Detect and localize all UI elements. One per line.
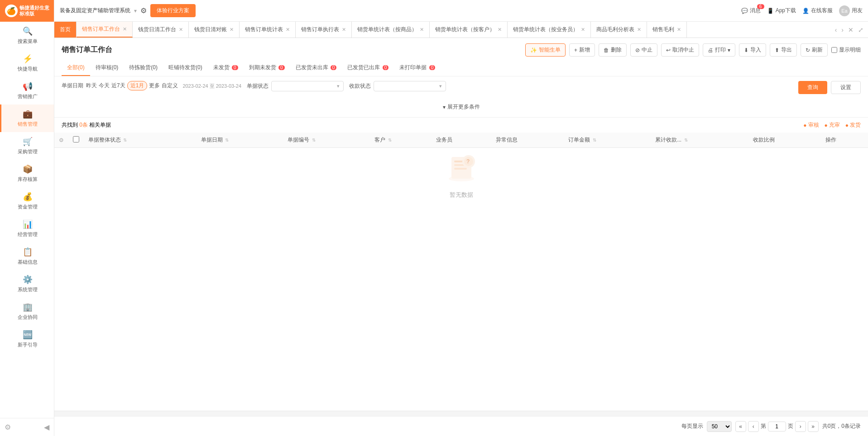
sidebar-item-system[interactable]: ⚙️ 系统管理 xyxy=(0,270,54,298)
app-logo: 🍊 畅捷通好生意 标准版 xyxy=(0,0,54,22)
tab-home[interactable]: 首页 xyxy=(54,22,77,38)
set-btn[interactable]: 设置 xyxy=(831,81,861,94)
app-download-btn[interactable]: 📱 App下载 xyxy=(767,7,796,14)
system-title-dropdown[interactable]: ▾ xyxy=(134,8,137,14)
refresh-btn[interactable]: ↻ 刷新 xyxy=(801,43,828,57)
sidebar-item-sales[interactable]: 💼 销售管理 xyxy=(0,104,54,132)
filter-tab-wangpu-ship[interactable]: 旺铺待发货(0) xyxy=(163,60,208,76)
show-detail-checkbox[interactable]: 显示明细 xyxy=(831,46,861,54)
query-btn[interactable]: 查询 xyxy=(798,81,827,94)
suspend-btn[interactable]: ⊘ 中止 xyxy=(630,43,657,57)
date-more[interactable]: 更多 xyxy=(149,82,160,90)
filter-tab-pending-review[interactable]: 待审核(0) xyxy=(90,60,124,76)
topbar-settings-icon[interactable]: ⚙ xyxy=(140,6,147,15)
sidebar-item-finance[interactable]: 💰 资金管理 xyxy=(0,187,54,215)
tab-close-sales-profit[interactable]: ✕ xyxy=(677,27,681,33)
settings-footer-btn[interactable]: ⚙ xyxy=(5,423,11,431)
status-sort-icon[interactable]: ⇅ xyxy=(123,137,127,142)
page-input[interactable] xyxy=(768,422,786,431)
tab-close-sales-summary-customer[interactable]: ✕ xyxy=(498,27,502,33)
filter-tab-shipped-out[interactable]: 已发货已出库 0 xyxy=(342,60,394,76)
tab-close-sales-order-stats[interactable]: ✕ xyxy=(286,27,290,33)
date-7days[interactable]: 近7天 xyxy=(111,82,125,90)
collected-sort-icon[interactable]: ⇅ xyxy=(684,137,688,142)
page-first-btn[interactable]: « xyxy=(735,421,746,432)
tab-cash-daily[interactable]: 钱货日清工作台 ✕ xyxy=(133,22,189,38)
number-sort-icon[interactable]: ⇅ xyxy=(312,137,316,142)
tab-sales-order-workbench[interactable]: 销售订单工作台 ✕ xyxy=(77,22,133,38)
payment-select[interactable]: ▾ xyxy=(374,81,446,91)
tab-close-product-margin[interactable]: ✕ xyxy=(637,27,641,33)
filter-tab-shipped-not-out[interactable]: 已发货未出库 0 xyxy=(290,60,342,76)
page-last-btn[interactable]: » xyxy=(808,421,819,432)
search-bar: 单据日期 昨天 今天 近7天 近1月 更多 自定义 2023-02-24 至 2… xyxy=(54,76,868,118)
message-btn[interactable]: 💬 6 消息 xyxy=(741,7,761,14)
filter-tab-not-printed[interactable]: 未打印单据 0 xyxy=(394,60,441,76)
tab-nav-close-all[interactable]: ✕ xyxy=(846,25,855,34)
export-btn[interactable]: ⬆ 导出 xyxy=(770,43,797,57)
cancel-review-action-btn[interactable]: ● 充审 xyxy=(825,121,840,129)
select-all-checkbox[interactable] xyxy=(73,136,79,142)
status-select[interactable]: ▾ xyxy=(271,81,344,91)
tab-sales-profit[interactable]: 销售毛利 ✕ xyxy=(647,22,687,38)
filter-tab-not-shipped[interactable]: 未发货 0 xyxy=(208,60,244,76)
tab-sales-summary-customer[interactable]: 销货单统计表（按客户） ✕ xyxy=(430,22,508,38)
tab-close-sales-summary-staff[interactable]: ✕ xyxy=(581,27,585,33)
tab-product-margin[interactable]: 商品毛利分析表 ✕ xyxy=(591,22,647,38)
date-sort-icon[interactable]: ⇅ xyxy=(225,137,229,142)
import-btn[interactable]: ⬇ 导入 xyxy=(739,43,766,57)
gear-col-icon[interactable]: ⚙ xyxy=(59,137,64,143)
customer-sort-icon[interactable]: ⇅ xyxy=(388,137,392,142)
page-prev-btn[interactable]: ‹ xyxy=(748,421,759,432)
industry-btn[interactable]: 体验行业方案 xyxy=(150,4,196,17)
sidebar-item-guide[interactable]: 🆕 新手引导 xyxy=(0,325,54,353)
cancel-suspend-btn[interactable]: ↩ 取消中止 xyxy=(661,43,699,57)
tab-close-cash-reconcile[interactable]: ✕ xyxy=(230,27,234,33)
online-service-btn[interactable]: 👤 在线客服 xyxy=(802,7,833,14)
status-label: 单据状态 xyxy=(247,82,269,90)
tab-close-cash-daily[interactable]: ✕ xyxy=(179,27,183,33)
ship-action-btn[interactable]: ● 发货 xyxy=(845,121,861,129)
tab-close-sales-summary-product[interactable]: ✕ xyxy=(420,27,424,33)
sidebar-item-quick-nav[interactable]: ⚡ 快捷导航 xyxy=(0,49,54,77)
tab-cash-reconcile[interactable]: 钱货日清对账 ✕ xyxy=(189,22,240,38)
amount-sort-icon[interactable]: ⇅ xyxy=(593,137,596,142)
sidebar-item-inventory[interactable]: 📦 库存核算 xyxy=(0,160,54,187)
expand-btn[interactable]: ▾ 展开更多条件 xyxy=(439,101,484,113)
date-1month[interactable]: 近1月 xyxy=(127,81,148,90)
page-next-btn[interactable]: › xyxy=(795,421,806,432)
date-today[interactable]: 今天 xyxy=(99,82,110,90)
sidebar-item-marketing[interactable]: 📢 营销推广 xyxy=(0,77,54,104)
date-yesterday[interactable]: 昨天 xyxy=(86,82,97,90)
horizontal-scrollbar[interactable] xyxy=(54,411,868,416)
sidebar-item-basic-info[interactable]: 📋 基础信息 xyxy=(0,242,54,270)
collapse-sidebar-btn[interactable]: ◀ xyxy=(44,423,49,431)
payment-select-arrow: ▾ xyxy=(439,83,442,89)
sidebar-item-search[interactable]: 🔍 搜索菜单 xyxy=(0,22,54,49)
tab-sales-summary-product[interactable]: 销货单统计表（按商品） ✕ xyxy=(352,22,430,38)
filter-tab-pending-inspect[interactable]: 待拣验货(0) xyxy=(124,60,163,76)
smart-btn[interactable]: ✨ 智能生单 xyxy=(525,43,566,57)
tab-close-sales-order-workbench[interactable]: ✕ xyxy=(123,26,127,32)
user-menu[interactable]: Ea 用友 xyxy=(839,5,863,16)
show-detail-input[interactable] xyxy=(831,47,837,53)
delete-btn[interactable]: 🗑 删除 xyxy=(599,43,627,57)
sidebar-item-purchase[interactable]: 🛒 采购管理 xyxy=(0,132,54,160)
tab-close-sales-exec[interactable]: ✕ xyxy=(342,27,346,33)
print-btn[interactable]: 🖨 打印 ▾ xyxy=(703,43,735,57)
tab-sales-summary-staff[interactable]: 销货单统计表（按业务员） ✕ xyxy=(508,22,591,38)
tab-bar: 首页 销售订单工作台 ✕ 钱货日清工作台 ✕ 钱货日清对账 ✕ 销售订单统计表 … xyxy=(54,22,868,38)
add-btn[interactable]: + 新增 xyxy=(569,43,595,57)
sidebar-item-enterprise[interactable]: 🏢 企业协同 xyxy=(0,298,54,325)
tab-nav-prev[interactable]: ‹ xyxy=(833,25,839,34)
filter-tab-all[interactable]: 全部(0) xyxy=(62,60,90,76)
tab-sales-exec[interactable]: 销售订单执行表 ✕ xyxy=(296,22,352,38)
date-custom[interactable]: 自定义 xyxy=(162,82,178,90)
per-page-select[interactable]: 50 10 20 100 xyxy=(707,421,732,432)
tab-sales-order-stats[interactable]: 销售订单统计表 ✕ xyxy=(240,22,296,38)
review-action-btn[interactable]: ● 审核 xyxy=(803,121,819,129)
tab-nav-fullscreen[interactable]: ⤢ xyxy=(856,25,865,34)
filter-tab-expired[interactable]: 到期未发货 0 xyxy=(244,60,290,76)
sidebar-item-operations[interactable]: 📊 经营管理 xyxy=(0,215,54,242)
tab-nav-next[interactable]: › xyxy=(839,25,845,34)
